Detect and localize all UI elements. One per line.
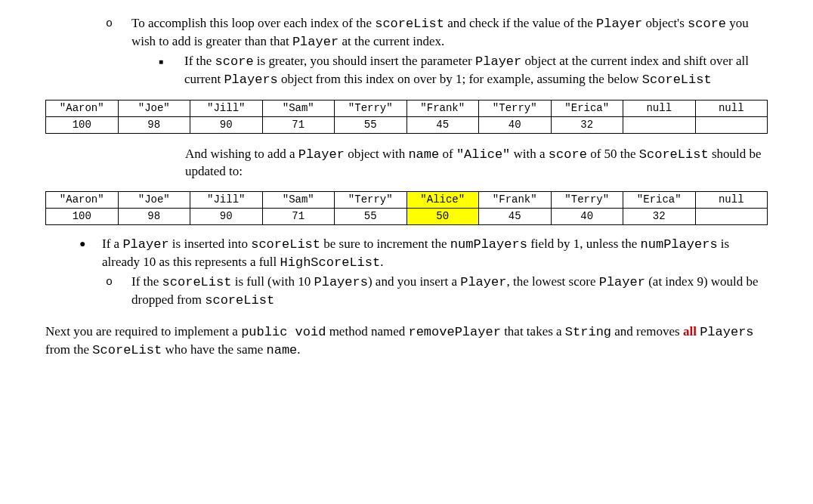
scorelist-table-before: "Aaron""Joe""Jill""Sam""Terry""Frank""Te… xyxy=(45,100,768,134)
table-cell-score: 45 xyxy=(479,209,552,225)
text-run: . xyxy=(380,255,383,269)
table-cell-name: "Aaron" xyxy=(46,100,119,116)
code-run: Player xyxy=(475,54,521,69)
code-run: "Alice" xyxy=(456,147,510,162)
table-cell-score: 40 xyxy=(551,209,623,225)
table-cell-name: "Alice" xyxy=(406,192,479,209)
table-cell-score: 55 xyxy=(335,116,407,133)
bullet-dot-icon: ● xyxy=(79,236,102,272)
table-cell-name: "Frank" xyxy=(479,192,552,209)
code-run: ScoreList xyxy=(639,147,709,162)
table-cell-score: 40 xyxy=(479,116,552,133)
table-cell-score: 32 xyxy=(551,116,623,133)
list-item-if-greater: ■ If the score is greater, you should in… xyxy=(159,53,768,89)
text-run: If the xyxy=(131,274,162,289)
text-run: field by 1, unless the xyxy=(527,237,641,251)
list-item-full-drop: o If the scoreList is full (with 10 Play… xyxy=(106,274,768,310)
text-run: To accomplish this loop over each index … xyxy=(131,16,375,30)
text-run: is greater, you should insert the parame… xyxy=(254,54,475,68)
bullet-circle-icon: o xyxy=(106,274,131,310)
text-run: is inserted into xyxy=(169,237,252,251)
table-cell-name: null xyxy=(695,192,768,209)
table-cell-score xyxy=(695,116,768,133)
text-run: method named xyxy=(326,324,408,339)
bullet-circle-icon: o xyxy=(106,15,131,51)
table-cell-score: 100 xyxy=(46,209,119,225)
table-cell-name: "Aaron" xyxy=(46,192,119,209)
code-run: ScoreList xyxy=(642,73,712,87)
text-run: object's xyxy=(642,16,688,30)
table-row: 10098907155454032 xyxy=(46,116,768,133)
table-cell-score: 98 xyxy=(118,116,190,133)
table-cell-name: "Joe" xyxy=(118,192,190,209)
code-run: scoreList xyxy=(375,17,444,31)
code-run: Player xyxy=(298,147,345,162)
text-run: from the xyxy=(45,342,92,357)
code-run: Player xyxy=(292,35,338,49)
table-cell-score: 90 xyxy=(190,209,263,225)
text-run: of 50 the xyxy=(587,147,639,161)
paragraph-text: If a Player is inserted into scoreList b… xyxy=(102,236,768,272)
list-item-loop-over: o To accomplish this loop over each inde… xyxy=(106,15,768,51)
emphasis-all: all xyxy=(683,324,697,339)
table-cell-name: "Sam" xyxy=(262,100,335,116)
table-cell-name: "Erica" xyxy=(623,192,696,209)
text-run: of xyxy=(439,147,456,161)
text-run: , the lowest score xyxy=(506,274,598,289)
text-run: who have the same xyxy=(162,342,266,357)
code-run: Players xyxy=(700,325,753,339)
code-run: Player xyxy=(596,17,642,31)
text-run: at the current index. xyxy=(338,34,444,48)
text-run: be sure to increment the xyxy=(320,237,450,251)
code-run: numPlayers xyxy=(450,237,527,252)
code-run: score xyxy=(215,54,254,69)
scorelist-table-after: "Aaron""Joe""Jill""Sam""Terry""Alice""Fr… xyxy=(45,191,768,225)
table-row: "Aaron""Joe""Jill""Sam""Terry""Frank""Te… xyxy=(46,100,768,116)
table-cell-score xyxy=(695,209,768,225)
text-run: that takes a xyxy=(501,324,565,339)
table-cell-score: 100 xyxy=(46,116,119,133)
table-cell-name: "Frank" xyxy=(406,100,479,116)
table-cell-name: "Erica" xyxy=(551,100,623,116)
code-run: Player xyxy=(460,275,506,289)
code-run: HighScoreList xyxy=(280,255,381,270)
table-cell-score: 32 xyxy=(623,209,696,225)
text-run: Next you are required to implement a xyxy=(45,324,241,339)
code-run: score xyxy=(688,17,726,31)
paragraph-text: If the scoreList is full (with 10 Player… xyxy=(131,274,768,310)
code-run: name xyxy=(266,343,297,357)
code-run: Players xyxy=(224,73,277,87)
text-run: object from this index on over by 1; for… xyxy=(278,72,642,86)
table-cell-score: 90 xyxy=(190,116,263,133)
code-run: score xyxy=(549,147,587,162)
text-run: object with xyxy=(345,147,409,161)
text-run: is full (with 10 xyxy=(231,274,314,289)
code-run: scoreList xyxy=(205,293,274,308)
text-run: and removes xyxy=(611,324,683,339)
table-cell-name: null xyxy=(695,100,768,116)
code-run: Player xyxy=(599,275,645,289)
code-run: scoreList xyxy=(162,275,232,289)
table-cell-name: "Terry" xyxy=(551,192,623,209)
bullet-square-icon: ■ xyxy=(159,53,184,89)
text-run: . xyxy=(297,342,300,357)
text-run: If a xyxy=(102,237,122,251)
paragraph-text: To accomplish this loop over each index … xyxy=(131,15,768,51)
code-run: public void xyxy=(241,325,326,339)
paragraph-removeplayer: Next you are required to implement a pub… xyxy=(45,323,768,360)
code-run: Player xyxy=(122,237,168,252)
table-row: "Aaron""Joe""Jill""Sam""Terry""Alice""Fr… xyxy=(46,192,768,209)
list-item-increment: ● If a Player is inserted into scoreList… xyxy=(79,236,768,272)
code-run: name xyxy=(408,147,439,162)
table-cell-name: "Terry" xyxy=(335,192,407,209)
table-cell-score: 71 xyxy=(262,209,335,225)
table-cell-name: "Terry" xyxy=(335,100,407,116)
table-cell-score xyxy=(623,116,696,133)
table-row: 1009890715550454032 xyxy=(46,209,768,225)
table-cell-score: 71 xyxy=(262,116,335,133)
text-run: and check if the value of the xyxy=(444,16,596,30)
table-cell-name: "Sam" xyxy=(262,192,335,209)
table-cell-score: 50 xyxy=(406,209,479,225)
code-run: Players xyxy=(314,275,368,289)
table-cell-score: 45 xyxy=(406,116,479,133)
